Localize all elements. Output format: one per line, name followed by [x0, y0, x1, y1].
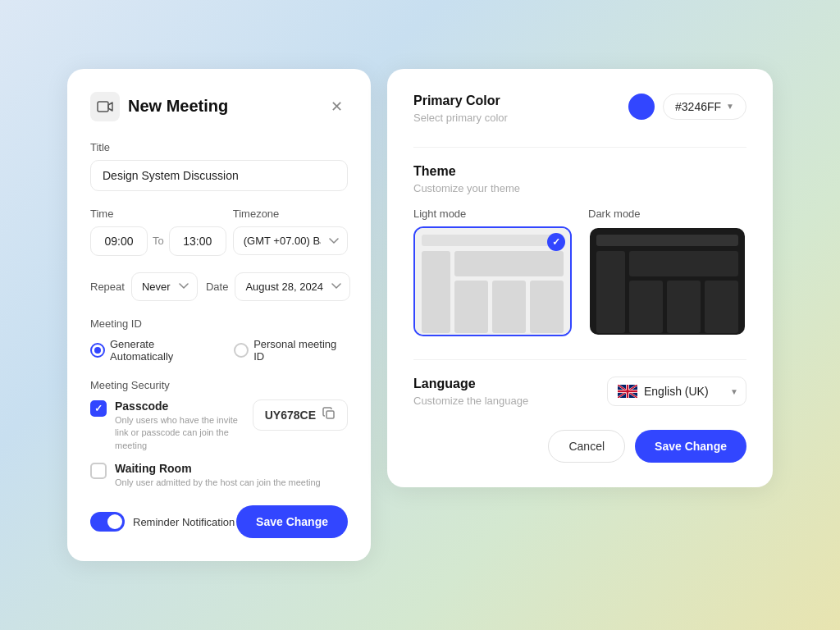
waiting-room-checkbox[interactable] — [90, 463, 107, 479]
dark-mode-preview[interactable] — [588, 226, 746, 336]
personal-meeting-radio[interactable] — [234, 343, 249, 358]
light-mode-preview[interactable]: ✓ — [413, 226, 572, 336]
new-meeting-card: New Meeting ✕ Title Time To Timezone (GM… — [67, 69, 371, 562]
title-label: Title — [90, 141, 348, 153]
to-separator: To — [153, 235, 164, 247]
personal-meeting-label: Personal meeting ID — [253, 338, 348, 363]
lp-block-1 — [454, 281, 488, 332]
lp-sidebar — [422, 251, 450, 333]
svg-rect-0 — [98, 102, 108, 112]
theme-section: Theme Customize your theme Light mode — [413, 164, 746, 336]
language-value: English (UK) — [644, 385, 709, 398]
reminder-label: Reminder Notification — [133, 516, 235, 528]
passcode-item: Passcode Only users who have the invite … — [90, 399, 348, 452]
passcode-display: UY678CE — [253, 399, 348, 431]
dark-preview-bg — [590, 228, 745, 335]
card-footer: Reminder Notification Save Change — [90, 505, 348, 538]
meeting-id-label: Meeting ID — [90, 317, 348, 330]
generate-auto-option[interactable]: Generate Automatically — [90, 338, 217, 363]
primary-color-section: Primary Color Select primary color #3246… — [413, 94, 746, 124]
dp-row-1 — [629, 251, 738, 277]
time-input-wrap: To — [90, 226, 226, 256]
theme-title: Theme — [413, 164, 746, 179]
reminder-toggle[interactable] — [90, 512, 125, 532]
dp-block-1 — [629, 281, 663, 332]
timezone-select[interactable]: (GMT +07.00) Bangkok — [233, 226, 348, 255]
theme-options: Light mode — [413, 208, 746, 336]
repeat-date-row: Repeat Never Date August 28, 2024 — [90, 272, 348, 301]
primary-color-row: Primary Color Select primary color #3246… — [413, 94, 746, 124]
language-subtitle: Customize the language — [413, 395, 528, 407]
lp-block-3 — [530, 281, 564, 332]
lp-bottom — [454, 281, 564, 332]
time-label: Time — [90, 208, 226, 220]
time-end-input[interactable] — [169, 226, 226, 256]
passcode-content: Passcode Only users who have the invite … — [115, 399, 244, 452]
timezone-label: Timezone — [233, 208, 348, 220]
title-group: Title — [90, 141, 348, 191]
color-control: #3246FF ▼ — [628, 94, 746, 120]
time-group: Time To — [90, 208, 226, 256]
light-mode-check: ✓ — [547, 233, 565, 251]
language-chevron-icon: ▼ — [730, 387, 738, 396]
personal-meeting-option[interactable]: Personal meeting ID — [234, 338, 348, 363]
dp-block-2 — [667, 281, 701, 332]
divider-2 — [413, 359, 746, 360]
date-label: Date — [206, 281, 228, 293]
close-button[interactable]: ✕ — [325, 95, 348, 118]
time-start-input[interactable] — [90, 226, 148, 256]
right-footer: Cancel Save Change — [413, 430, 746, 463]
date-wrap: Date August 28, 2024 — [206, 272, 350, 301]
lp-content — [422, 251, 564, 333]
reminder-row: Reminder Notification — [90, 512, 235, 532]
svg-rect-1 — [326, 411, 334, 418]
dark-mode-label: Dark mode — [588, 208, 746, 220]
passcode-checkbox[interactable] — [90, 400, 107, 417]
primary-color-title: Primary Color — [413, 94, 508, 108]
waiting-room-content: Waiting Room Only user admitted by the h… — [115, 462, 348, 489]
primary-color-subtitle: Select primary color — [413, 112, 508, 124]
color-picker-button[interactable]: #3246FF ▼ — [663, 94, 746, 120]
passcode-value: UY678CE — [265, 409, 316, 422]
timezone-group: Timezone (GMT +07.00) Bangkok — [233, 208, 348, 255]
save-change-button[interactable]: Save Change — [236, 505, 348, 538]
meeting-icon — [90, 92, 120, 121]
lp-block-2 — [492, 281, 526, 332]
time-timezone-row: Time To Timezone (GMT +07.00) Bangkok — [90, 208, 348, 256]
dp-block-3 — [705, 281, 738, 332]
settings-card: Primary Color Select primary color #3246… — [387, 69, 773, 487]
security-label: Meeting Security — [90, 379, 348, 391]
language-select[interactable]: English (UK) — [607, 377, 746, 406]
waiting-room-title: Waiting Room — [115, 462, 348, 475]
primary-color-text: Primary Color Select primary color — [413, 94, 508, 124]
security-section: Meeting Security Passcode Only users who… — [90, 379, 348, 490]
card-title: New Meeting — [128, 97, 228, 116]
uk-flag-icon — [618, 385, 637, 398]
generate-auto-radio[interactable] — [90, 343, 105, 358]
repeat-select[interactable]: Never — [131, 272, 198, 301]
language-title: Language — [413, 377, 528, 391]
cancel-button[interactable]: Cancel — [548, 430, 625, 463]
light-mode-label: Light mode — [413, 208, 572, 220]
lp-main — [454, 251, 564, 333]
dark-mode-option: Dark mode — [588, 208, 746, 336]
passcode-title: Passcode — [115, 399, 244, 413]
language-section: Language Customize the language English … — [413, 377, 746, 407]
theme-header: Theme Customize your theme — [413, 164, 746, 194]
lp-topbar — [422, 235, 564, 246]
dp-content — [596, 251, 738, 333]
waiting-room-desc: Only user admitted by the host can join … — [115, 477, 348, 489]
chevron-down-icon: ▼ — [726, 102, 734, 111]
date-select[interactable]: August 28, 2024 — [235, 272, 350, 301]
color-circle — [628, 94, 655, 120]
save-change-button-right[interactable]: Save Change — [635, 430, 746, 463]
copy-icon[interactable] — [322, 407, 336, 423]
language-text: Language Customize the language — [413, 377, 528, 407]
color-hex-value: #3246FF — [675, 100, 721, 113]
title-input[interactable] — [90, 160, 348, 191]
theme-subtitle: Customize your theme — [413, 182, 746, 194]
waiting-room-item: Waiting Room Only user admitted by the h… — [90, 462, 348, 489]
repeat-label: Repeat — [90, 281, 125, 293]
header-left: New Meeting — [90, 92, 228, 121]
generate-auto-label: Generate Automatically — [110, 338, 217, 363]
